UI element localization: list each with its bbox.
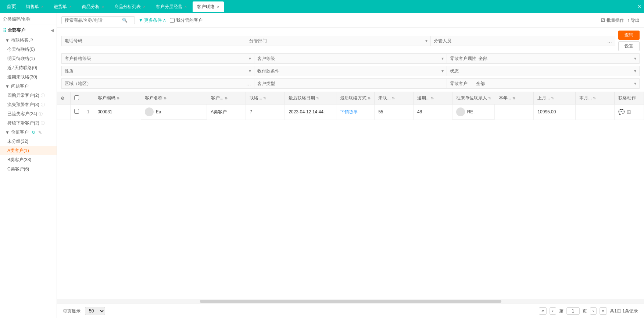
prev-page-btn[interactable]: ‹ [550, 307, 556, 315]
sidebar-item-c-class[interactable]: C类客户(6) [0, 165, 57, 174]
th-last-month[interactable]: 上月... ⇅ [534, 92, 576, 105]
filter-nature[interactable]: 性质 ▾ [61, 66, 254, 76]
sidebar-group-value[interactable]: ▼ 价值客户 ↻ ✎ [0, 128, 57, 137]
nav-tab-customer-segment-close[interactable]: × [185, 4, 187, 9]
chat-icon[interactable]: 💬 [618, 109, 625, 115]
row-checkbox[interactable] [74, 109, 79, 114]
search-icon[interactable]: 🔍 [122, 18, 128, 23]
last-method-link[interactable]: 下销货单 [340, 109, 358, 114]
page-number-input[interactable] [566, 307, 580, 315]
scrollbar-thumb[interactable] [200, 300, 501, 303]
nav-tab-product-analysis-close[interactable]: × [102, 4, 104, 9]
filter-price-grade[interactable]: 客户价格等级 ▾ [61, 53, 254, 64]
retail-dropdown[interactable]: ▾ [634, 81, 636, 86]
sidebar-item-churned[interactable]: 已流失客户(24) ⓘ [0, 109, 57, 119]
payment-dropdown[interactable]: ▾ [441, 68, 444, 74]
th-name[interactable]: 客户名称 ⇅ [141, 92, 207, 105]
churn-warning-label: 流失预警客户(3) [7, 102, 39, 108]
sidebar-search-input[interactable] [3, 17, 57, 22]
grid-action-icon[interactable]: ⊞ [627, 109, 631, 115]
filter-customer-grade[interactable]: 客户等级 ▾ [254, 53, 447, 64]
info-icon-1[interactable]: ⓘ [41, 93, 45, 98]
info-icon-3[interactable]: ⓘ [39, 111, 43, 117]
nav-tab-customer-segment[interactable]: 客户分层经营 × [151, 1, 191, 12]
close-all-tabs[interactable]: × [638, 3, 641, 10]
nav-tab-product-list[interactable]: 商品分析列表 × [110, 1, 150, 12]
th-type[interactable]: 客户... ⇅ [207, 92, 246, 105]
filter-retail-attr[interactable]: 零散客户属性 全部 ▾ [447, 53, 640, 64]
td-last-method: 下销货单 [336, 105, 375, 120]
person-more-btn[interactable]: … [607, 38, 612, 44]
sidebar-item-churn-warning[interactable]: 流失预警客户(3) ⓘ [0, 100, 57, 109]
sidebar-item-ungroup[interactable]: 未分组(32) [0, 137, 57, 146]
nav-home[interactable]: 首页 [3, 3, 20, 10]
nav-tab-purchase[interactable]: 进货单 × [49, 1, 76, 12]
status-dropdown[interactable]: ▾ [634, 68, 636, 74]
export-button[interactable]: ↑ 导出 [627, 17, 640, 24]
th-unit-contact[interactable]: 往来单位联系人 ⇅ [452, 92, 495, 105]
th-this-month[interactable]: 本月... ⇅ [576, 92, 615, 105]
search-input[interactable] [65, 18, 120, 23]
sidebar-group-pending[interactable]: ▼ 待联络客户 [0, 36, 57, 45]
th-overdue[interactable]: 逾期... ⇅ [413, 92, 452, 105]
my-customers-check[interactable] [170, 18, 175, 23]
select-all-checkbox[interactable] [74, 95, 79, 100]
th-settings[interactable]: ⚙ [57, 92, 70, 105]
nav-tab-product-analysis[interactable]: 商品分析 × [78, 1, 108, 12]
nav-tab-sales-close[interactable]: × [41, 4, 43, 9]
refresh-icon[interactable]: ↻ [32, 130, 35, 135]
my-customers-checkbox[interactable]: 我分管的客户 [170, 17, 203, 24]
sidebar-item-overdue[interactable]: 逾期未联络(30) [0, 73, 57, 82]
filter-region[interactable]: 区域（地区） … [61, 78, 254, 89]
nav-tab-customer-contact[interactable]: 客户联络 × [193, 1, 223, 12]
total-text: 共1页 1条记录 [610, 308, 638, 314]
page-size-select[interactable]: 50 100 200 [85, 307, 105, 315]
customer-grade-dropdown[interactable]: ▾ [441, 56, 444, 61]
next-page-btn[interactable]: › [590, 307, 597, 315]
horizontal-scrollbar[interactable] [57, 299, 644, 304]
filter-retail[interactable]: 零散客户 全部 ▾ [447, 78, 640, 89]
sidebar-group-problem[interactable]: ▼ 问题客户 [0, 82, 57, 91]
dept-dropdown-icon[interactable]: ▾ [425, 38, 427, 43]
nav-tab-purchase-close[interactable]: × [69, 4, 71, 9]
nature-dropdown[interactable]: ▾ [249, 68, 251, 74]
price-grade-dropdown[interactable]: ▾ [249, 56, 251, 61]
batch-op-button[interactable]: ☑ 批量操作 [601, 17, 624, 24]
filter-status[interactable]: 状态 ▾ [447, 66, 640, 76]
table-settings-icon[interactable]: ⚙ [61, 96, 65, 101]
sidebar-item-repurchase-abnormal[interactable]: 回购异常客户(2) ⓘ [0, 91, 57, 100]
retail-attr-dropdown[interactable]: ▾ [634, 56, 636, 61]
edit-value-icon[interactable]: ✎ [38, 130, 42, 135]
sidebar-item-tomorrow[interactable]: 明天待联络(1) [0, 54, 57, 63]
sidebar-item-7days[interactable]: 近7天待联络(0) [0, 63, 57, 73]
customer-name-text[interactable]: Ea [156, 109, 161, 114]
filter-dept[interactable]: 分管部门 ▾ [246, 36, 431, 46]
sidebar-item-a-class[interactable]: A类客户(1) [0, 146, 57, 155]
sidebar-item-b-class[interactable]: B类客户(33) [0, 155, 57, 165]
th-name-label: 客户名称 [145, 95, 162, 101]
filter-payment[interactable]: 收付款条件 ▾ [254, 66, 447, 76]
unit-contact-text: RE . [467, 109, 476, 114]
query-button[interactable]: 查询 [618, 31, 640, 40]
sidebar-item-today[interactable]: 今天待联络(0) [0, 45, 57, 54]
th-last-method[interactable]: 最后联络方式 ⇅ [336, 92, 375, 105]
info-icon-4[interactable]: ⓘ [41, 120, 45, 126]
th-last-date[interactable]: 最后联络日期 ⇅ [285, 92, 336, 105]
th-code[interactable]: 客户编码 ⇅ [94, 92, 141, 105]
info-icon-2[interactable]: ⓘ [41, 102, 45, 107]
nav-tab-sales[interactable]: 销售单 × [21, 1, 48, 12]
th-contact[interactable]: 联络... ⇅ [246, 92, 285, 105]
first-page-btn[interactable]: « [539, 307, 547, 315]
sidebar-all-customers[interactable]: ⠿ 全部客户 ◀ [0, 25, 57, 36]
nav-tab-customer-contact-close[interactable]: × [217, 4, 219, 9]
region-more-btn[interactable]: … [246, 81, 251, 86]
nav-tab-product-list-close[interactable]: × [143, 4, 145, 9]
last-page-btn[interactable]: » [600, 307, 607, 315]
th-uncontacted[interactable]: 未联... ⇅ [375, 92, 414, 105]
settings-button[interactable]: 设置 [618, 41, 640, 51]
more-conditions-btn[interactable]: ▼ 更多条件 ∧ [139, 17, 166, 24]
th-this-year[interactable]: 本年... ⇅ [495, 92, 534, 105]
filter-person[interactable]: 分管人员 … [431, 36, 615, 46]
td-settings [57, 105, 70, 120]
sidebar-item-declining[interactable]: 持续下滑客户(2) ⓘ [0, 119, 57, 128]
